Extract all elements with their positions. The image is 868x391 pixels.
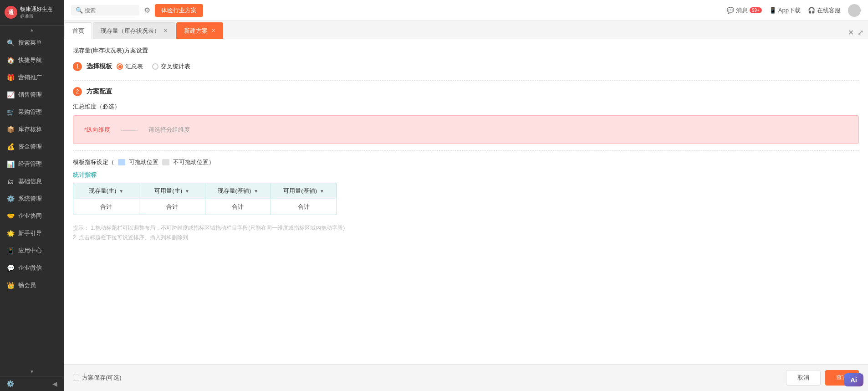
stats-cell-0-3: 合计 — [271, 199, 337, 215]
col0-arrow: ▼ — [119, 189, 123, 194]
operations-icon: 📊 — [6, 160, 15, 168]
stats-row-0: 合计 合计 合计 合计 — [73, 199, 337, 215]
window-controls: ✕ ⤢ — [848, 28, 868, 39]
search-icon: 🔍 — [76, 7, 83, 14]
search-box[interactable]: 🔍 — [71, 5, 139, 15]
col2-arrow: ▼ — [254, 189, 258, 194]
tab-inventory-status[interactable]: 现存量（库存状况表） ✕ — [93, 22, 175, 39]
sidebar-settings-icon[interactable]: ⚙️ — [6, 380, 14, 387]
sidebar-item-label: 畅会员 — [18, 281, 36, 289]
divider-2 — [73, 150, 859, 151]
sidebar-item-finance[interactable]: 💰 资金管理 — [0, 138, 64, 155]
tab-new-plan[interactable]: 新建方案 ✕ — [176, 22, 223, 39]
section1-header: 1 选择模板 汇总表 交叉统计表 — [73, 62, 859, 71]
stats-col-2[interactable]: 现存量(基辅) ▼ — [205, 183, 271, 199]
section1-title: 选择模板 — [87, 62, 112, 71]
tab-new-plan-close[interactable]: ✕ — [211, 28, 215, 34]
stats-col-1[interactable]: 可用量(主) ▼ — [139, 183, 205, 199]
sidebar-item-purchase[interactable]: 🛒 采购管理 — [0, 103, 64, 121]
stats-header: 现存量(主) ▼ 可用量(主) ▼ 现存量(基辅) ▼ 可用量(基辅) — [73, 183, 337, 199]
sales-icon: 📈 — [6, 91, 15, 99]
sidebar-item-inventory[interactable]: 📦 库存核算 — [0, 121, 64, 138]
sidebar-item-sales[interactable]: 📈 销售管理 — [0, 86, 64, 103]
sidebar-item-shortcuts[interactable]: 🏠 快捷导航 — [0, 51, 64, 69]
message-icon: 💬 — [727, 7, 734, 14]
ai-badge[interactable]: Ai — [844, 373, 863, 386]
content-area: 现存量(库存状况表)方案设置 1 选择模板 汇总表 交叉统计表 — [64, 39, 868, 364]
expand-window-icon[interactable]: ⤢ — [858, 28, 863, 37]
save-option-label: 方案保存(可选) — [82, 374, 122, 382]
tabbar: 首页 现存量（库存状况表） ✕ 新建方案 ✕ ✕ ⤢ — [64, 21, 868, 39]
topbar: 🔍 ⚙ 体验行业方案 💬 消息 99+ 📱 App下载 🎧 在线客服 — [64, 0, 868, 21]
draggable-badge — [118, 159, 125, 165]
sidebar-item-basic[interactable]: 🗂 基础信息 — [0, 173, 64, 190]
messages-label: 消息 — [736, 6, 748, 15]
dimension-placeholder: 请选择分组维度 — [148, 126, 190, 134]
save-option: 方案保存(可选) — [73, 374, 122, 382]
close-window-icon[interactable]: ✕ — [848, 28, 854, 37]
sidebar-item-label: 企业协同 — [18, 212, 42, 220]
stats-cell-0-0: 合计 — [73, 199, 139, 215]
messages-button[interactable]: 💬 消息 99+ — [727, 6, 762, 15]
sidebar-item-label: 销售管理 — [18, 91, 42, 99]
dimension-required-text: *纵向维度 — [84, 126, 110, 134]
sidebar-item-wechat[interactable]: 💬 企业微信 — [0, 259, 64, 277]
search-input[interactable] — [85, 7, 130, 14]
section2-title: 方案配置 — [87, 87, 112, 96]
page-title: 现存量(库存状况表)方案设置 — [73, 46, 859, 55]
sidebar-item-label: 新手引导 — [18, 229, 42, 237]
marketing-icon: 🎁 — [6, 73, 15, 82]
online-service-button[interactable]: 🎧 在线客服 — [808, 6, 841, 15]
member-icon: 👑 — [6, 281, 15, 289]
stats-section-label: 统计指标 — [73, 171, 859, 179]
tip-0: 提示： 1.拖动标题栏可以调整布局，不可跨维度或指标区域拖动栏目字段(只能在同一… — [73, 224, 859, 232]
app-download-button[interactable]: 📱 App下载 — [769, 6, 801, 15]
sidebar-item-contract[interactable]: 🤝 企业协同 — [0, 207, 64, 225]
sidebar-scroll-down[interactable]: ▼ — [0, 367, 64, 376]
stats-col-3[interactable]: 可用量(基辅) ▼ — [271, 183, 337, 199]
radio-cross-dot — [152, 63, 158, 70]
indicator-label-text: 模板指标设定（ — [73, 158, 114, 166]
search-menu-icon: 🔍 — [6, 39, 15, 47]
sidebar-item-label: 应用中心 — [18, 247, 42, 255]
radio-cross[interactable]: 交叉统计表 — [152, 62, 190, 71]
tab-inventory-status-close[interactable]: ✕ — [163, 28, 168, 34]
tab-home[interactable]: 首页 — [65, 22, 92, 39]
sidebar-item-label: 营销推广 — [18, 73, 42, 82]
trial-button[interactable]: 体验行业方案 — [155, 4, 203, 17]
inventory-icon: 📦 — [6, 125, 15, 134]
bottombar: 方案保存(可选) 取消 查询 — [64, 364, 868, 391]
wechat-icon: 💬 — [6, 264, 15, 272]
stats-col-0[interactable]: 现存量(主) ▼ — [73, 183, 139, 199]
sidebar-scroll-up[interactable]: ▲ — [0, 26, 64, 34]
sidebar-item-label: 快捷导航 — [18, 56, 42, 64]
sidebar-item-search[interactable]: 🔍 搜索菜单 — [0, 34, 64, 51]
indicator-settings: 模板指标设定（ 可拖动位置 不可拖动位置） 统计指标 现存量(主) ▼ 可用 — [73, 158, 859, 242]
sidebar-collapse-icon[interactable]: ◀ — [52, 380, 57, 387]
save-checkbox[interactable] — [73, 375, 79, 381]
app-name: 畅康通好生意 — [20, 5, 53, 13]
messages-badge: 99+ — [750, 7, 762, 13]
sidebar-item-operations[interactable]: 📊 经营管理 — [0, 155, 64, 173]
cancel-button[interactable]: 取消 — [786, 370, 821, 386]
sidebar-item-guide[interactable]: 🌟 新手引导 — [0, 225, 64, 242]
user-avatar[interactable] — [848, 4, 861, 17]
section-template: 1 选择模板 汇总表 交叉统计表 — [73, 62, 859, 71]
tab-inventory-status-label: 现存量（库存状况表） — [101, 27, 160, 35]
basic-icon: 🗂 — [6, 177, 15, 185]
fixed-label-text: 不可拖动位置） — [173, 158, 214, 166]
radio-summary[interactable]: 汇总表 — [117, 62, 143, 71]
settings-icon[interactable]: ⚙ — [144, 6, 150, 15]
dimension-arrow: —— — [121, 125, 138, 134]
sidebar-item-system[interactable]: ⚙️ 系统管理 — [0, 190, 64, 207]
sidebar-bottom: ⚙️ ◀ — [0, 376, 64, 391]
dimension-box[interactable]: *纵向维度 —— 请选择分组维度 — [73, 115, 859, 144]
template-options: 汇总表 交叉统计表 — [117, 62, 190, 71]
sidebar-item-label: 资金管理 — [18, 143, 42, 151]
sidebar-item-appstore[interactable]: 📱 应用中心 — [0, 242, 64, 259]
radio-cross-label: 交叉统计表 — [161, 62, 190, 71]
sidebar-item-marketing[interactable]: 🎁 营销推广 — [0, 69, 64, 86]
sidebar-item-member[interactable]: 👑 畅会员 — [0, 277, 64, 294]
guide-icon: 🌟 — [6, 229, 15, 237]
col2-label: 现存量(基辅) — [218, 187, 251, 195]
